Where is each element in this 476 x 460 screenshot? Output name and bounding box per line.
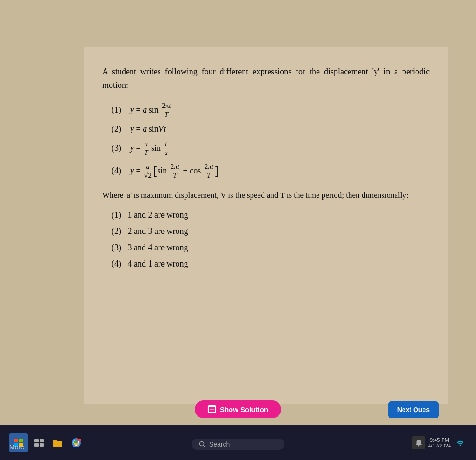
svg-point-17: [460, 445, 461, 446]
expr-num-2: (2): [112, 124, 130, 134]
option-2-num: (2): [112, 227, 121, 236]
svg-rect-8: [40, 439, 44, 442]
svg-rect-3: [14, 439, 18, 442]
option-1-text: 1 and 2 are wrong: [128, 210, 188, 220]
option-1-num: (1): [112, 210, 121, 220]
option-3-num: (3): [112, 243, 121, 252]
option-1: (1) 1 and 2 are wrong: [112, 209, 430, 221]
expression-2: (2) y = a sinVt: [112, 124, 430, 134]
expr-num-4: (4): [112, 166, 130, 176]
show-solution-label: Show Solution: [220, 406, 268, 413]
more-label[interactable]: More: [9, 443, 24, 451]
option-3-text: 3 and 4 are wrong: [128, 243, 188, 252]
next-ques-button[interactable]: Next Ques: [388, 401, 439, 418]
solution-icon: [208, 405, 216, 413]
svg-rect-9: [34, 443, 39, 447]
taskbar: Search 9:45 PM 4/12/2024: [0, 425, 476, 460]
network-icon[interactable]: [454, 436, 467, 449]
clock-area: 9:45 PM 4/12/2024: [428, 437, 451, 448]
svg-point-16: [418, 445, 420, 446]
expr-formula-4: y = a √2 [ sin 2πt T + cos 2πt T ]: [130, 162, 219, 180]
option-4-text: 4 and 1 are wrong: [128, 259, 188, 268]
main-content: A student writes following four differen…: [84, 47, 448, 404]
taskbar-search[interactable]: Search: [192, 439, 284, 450]
svg-line-15: [204, 446, 205, 447]
where-text: Where 'a' is maximum displacement, V is …: [102, 189, 430, 201]
option-2-text: 2 and 3 are wrong: [128, 227, 188, 236]
svg-point-14: [200, 442, 204, 446]
option-3: (3) 3 and 4 are wrong: [112, 241, 430, 254]
chrome-icon[interactable]: [69, 435, 84, 450]
svg-rect-2: [212, 407, 212, 411]
next-ques-label: Next Ques: [397, 406, 430, 413]
svg-rect-7: [34, 439, 39, 442]
expression-4: (4) y = a √2 [ sin 2πt T + cos 2πt T: [112, 162, 430, 180]
question-intro: A student writes following four differen…: [102, 65, 430, 92]
svg-rect-10: [40, 443, 44, 447]
expr-num-3: (3): [112, 143, 130, 153]
fileexplorer-icon[interactable]: [50, 435, 65, 450]
expr-formula-3: y = a T sin t a: [130, 140, 169, 157]
expr-formula-2: y = a sinVt: [130, 124, 166, 134]
show-solution-button[interactable]: Show Solution: [195, 400, 281, 418]
expressions-list: (1) y = a sin 2πt T (2) y = a sinVt (3) …: [112, 101, 430, 180]
svg-rect-4: [19, 439, 23, 442]
expr-formula-1: y = a sin 2πt T: [130, 101, 172, 119]
options-list: (1) 1 and 2 are wrong (2) 2 and 3 are wr…: [112, 209, 430, 270]
expression-3: (3) y = a T sin t a: [112, 140, 430, 157]
expression-1: (1) y = a sin 2πt T: [112, 101, 430, 119]
notification-icon[interactable]: [412, 436, 425, 449]
option-2: (2) 2 and 3 are wrong: [112, 225, 430, 238]
expr-num-1: (1): [112, 105, 130, 115]
search-icon: [199, 441, 205, 447]
taskview-icon[interactable]: [32, 435, 46, 450]
option-4-num: (4): [112, 259, 121, 268]
option-4: (4) 4 and 1 are wrong: [112, 258, 430, 270]
search-label: Search: [209, 440, 230, 448]
